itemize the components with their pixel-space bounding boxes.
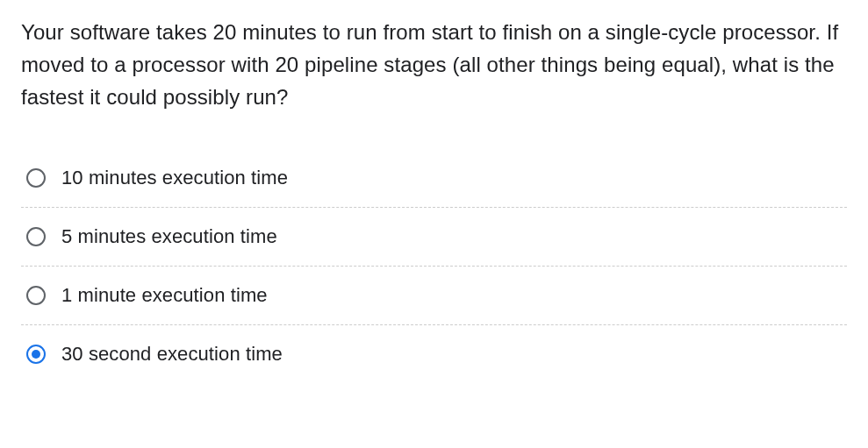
option-row-0[interactable]: 10 minutes execution time [21,149,847,208]
option-label: 10 minutes execution time [61,167,288,189]
radio-icon [26,286,46,305]
radio-icon [26,168,46,188]
option-row-2[interactable]: 1 minute execution time [21,267,847,325]
radio-inner-icon [32,350,40,359]
option-label: 30 second execution time [61,343,283,366]
radio-icon [26,345,46,364]
option-label: 5 minutes execution time [61,225,277,248]
question-text: Your software takes 20 minutes to run fr… [21,16,847,114]
option-row-1[interactable]: 5 minutes execution time [21,208,847,267]
option-label: 1 minute execution time [61,284,268,307]
options-container: 10 minutes execution time 5 minutes exec… [21,149,847,383]
radio-icon [26,227,46,246]
option-row-3[interactable]: 30 second execution time [21,325,847,383]
